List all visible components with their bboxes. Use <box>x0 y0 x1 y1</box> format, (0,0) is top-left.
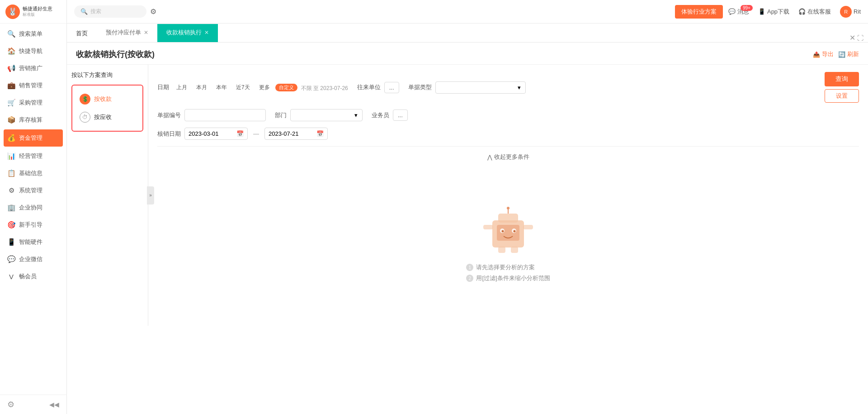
offset-date-from-value: 2023-03-01 <box>189 130 219 137</box>
doc-type-field: 单据类型 ▾ <box>408 81 526 94</box>
header-search-box[interactable]: 🔍 搜索 <box>74 5 146 18</box>
tab-bar: 首页 预付冲应付单 ✕ 收款核销执行 ✕ ✕ ⛶ <box>67 24 868 43</box>
sidebar-item-purchase[interactable]: 🛒采购管理 <box>0 94 66 111</box>
calendar-from-icon: 📅 <box>236 130 244 137</box>
custom-date-tag[interactable]: 自定义 <box>275 84 297 91</box>
collapse-label: 收起更多条件 <box>494 153 529 161</box>
weixin-icon: 💬 <box>7 255 15 263</box>
sidebar-item-sales[interactable]: 💼销售管理 <box>0 77 66 94</box>
tab-prepay-close[interactable]: ✕ <box>144 29 148 36</box>
hint-text-1: 请先选择要分析的方案 <box>476 263 535 271</box>
empty-hint-1: 1 请先选择要分析的方案 <box>466 263 550 271</box>
tab-close-all-icon[interactable]: ✕ <box>849 33 855 42</box>
collapse-sidebar-icon[interactable]: ◀◀ <box>49 401 59 408</box>
purchase-icon: 🛒 <box>7 99 15 107</box>
tab-prepay-label: 预付冲应付单 <box>106 29 141 37</box>
svg-point-5 <box>514 230 516 233</box>
top-header: 🔍 搜索 ⚙ 体验行业方案 💬 消息 99+ 📱 App下载 🎧 在线客服 R <box>67 0 868 24</box>
filter-by-receivable-label: 按应收 <box>94 113 112 121</box>
gear-icon[interactable]: ⚙ <box>150 7 156 16</box>
date-field: 日期 上月 本月 本年 近7天 更多 自定义 不限 至 2023-07-26 <box>157 83 348 92</box>
sidebar-item-label-marketing: 营销推广 <box>19 64 42 72</box>
online-service-btn[interactable]: 🎧 在线客服 <box>798 8 831 16</box>
sidebar-item-search[interactable]: 🔍搜索菜单 <box>0 25 66 43</box>
tab-home[interactable]: 首页 <box>67 25 97 42</box>
date-range-dash: — <box>253 130 259 137</box>
date-btn-last-month[interactable]: 上月 <box>173 83 191 92</box>
svg-rect-10 <box>523 225 533 229</box>
staff-label: 业务员 <box>372 111 389 119</box>
svg-rect-12 <box>511 247 518 253</box>
doc-no-input[interactable] <box>184 109 266 121</box>
message-btn[interactable]: 💬 消息 99+ <box>728 8 749 16</box>
date-btn-last-7[interactable]: 近7天 <box>232 83 254 92</box>
sidebar-item-operations[interactable]: 📊经营管理 <box>0 148 66 165</box>
doc-type-select[interactable]: ▾ <box>435 81 526 94</box>
message-icon: 💬 <box>728 8 736 15</box>
collapse-more-btn[interactable]: ⋀ 收起更多条件 <box>157 150 859 164</box>
sidebar-item-quick-nav[interactable]: 🏠快捷导航 <box>0 43 66 60</box>
tab-prepay[interactable]: 预付冲应付单 ✕ <box>97 24 157 42</box>
industry-btn[interactable]: 体验行业方案 <box>675 5 723 19</box>
sidebar-item-member[interactable]: V畅会员 <box>0 268 66 285</box>
sidebar-item-hardware[interactable]: 📱智能硬件 <box>0 233 66 251</box>
page-title-bar: 收款核销执行(按收款) 📤 导出 🔄 刷新 <box>67 43 868 65</box>
settings-icon[interactable]: ⚙ <box>7 400 14 409</box>
guide-icon: 🎯 <box>7 221 15 229</box>
query-actions: 查询 设置 <box>825 72 859 103</box>
app-download-btn[interactable]: 📱 App下载 <box>758 8 789 16</box>
sidebar-item-basic-info[interactable]: 📋基础信息 <box>0 165 66 182</box>
sidebar-item-system[interactable]: ⚙系统管理 <box>0 182 66 199</box>
basic-info-icon: 📋 <box>7 169 15 177</box>
sidebar-item-marketing[interactable]: 📢营销推广 <box>0 60 66 77</box>
filter-by-receivable-icon: ⏱ <box>80 112 90 123</box>
date-btn-this-year[interactable]: 本年 <box>212 83 231 92</box>
sidebar-item-enterprise[interactable]: 🏢企业协同 <box>0 199 66 216</box>
sidebar-item-weixin[interactable]: 💬企业微信 <box>0 251 66 268</box>
sidebar-item-finance[interactable]: 💰资金管理 <box>4 129 63 147</box>
staff-input[interactable]: ... <box>393 109 408 121</box>
app-label: App下载 <box>767 8 789 16</box>
offset-date-to-value: 2023-07-21 <box>269 130 299 137</box>
filter-by-receipt[interactable]: 💲 按收款 <box>77 90 138 108</box>
sidebar-item-guide[interactable]: 🎯新手引导 <box>0 216 66 233</box>
date-btn-more[interactable]: 更多 <box>255 83 274 92</box>
export-btn[interactable]: 📤 导出 <box>813 50 834 58</box>
search-placeholder: 搜索 <box>90 8 101 15</box>
sidebar-item-label-guide: 新手引导 <box>19 221 42 229</box>
dept-select[interactable]: ▾ <box>290 109 363 121</box>
svg-rect-6 <box>498 214 518 223</box>
user-profile-btn[interactable]: R Rit <box>840 6 861 18</box>
member-icon: V <box>7 273 15 281</box>
filter-panel-collapse[interactable]: » <box>147 186 154 205</box>
query-btn[interactable]: 查询 <box>825 72 859 86</box>
empty-hint-2: 2 用[过滤]条件来缩小分析范围 <box>466 274 550 282</box>
sidebar-item-label-basic-info: 基础信息 <box>19 169 42 177</box>
header-search-area: 🔍 搜索 ⚙ <box>74 5 670 18</box>
hint-text-2: 用[过滤]条件来缩小分析范围 <box>476 274 550 282</box>
sidebar-item-inventory[interactable]: 📦库存核算 <box>0 111 66 128</box>
date-btn-this-month[interactable]: 本月 <box>193 83 211 92</box>
hint-num-1: 1 <box>466 264 473 271</box>
setting-btn[interactable]: 设置 <box>825 89 859 103</box>
tab-receipt-offset[interactable]: 收款核销执行 ✕ <box>157 24 218 42</box>
refresh-label: 刷新 <box>847 50 859 58</box>
offset-date-from-input[interactable]: 2023-03-01 📅 <box>184 128 248 140</box>
empty-illustration-svg <box>481 200 535 254</box>
sidebar-nav: 🔍搜索菜单🏠快捷导航📢营销推广💼销售管理🛒采购管理📦库存核算💰资金管理📊经营管理… <box>0 24 66 395</box>
partner-input[interactable]: ... <box>384 82 399 93</box>
sidebar-item-label-inventory: 库存核算 <box>19 116 42 124</box>
divider <box>157 146 859 147</box>
svg-point-8 <box>507 207 509 209</box>
refresh-btn[interactable]: 🔄 刷新 <box>838 50 859 58</box>
offset-date-to-input[interactable]: 2023-07-21 📅 <box>264 128 328 140</box>
hint-num-2: 2 <box>466 275 473 282</box>
query-area: 日期 上月 本月 本年 近7天 更多 自定义 不限 至 2023-07-26 <box>148 65 868 326</box>
search-icon: 🔍 <box>80 8 88 15</box>
title-actions: 📤 导出 🔄 刷新 <box>813 50 859 58</box>
sidebar-item-label-system: 系统管理 <box>19 186 42 195</box>
filter-by-receipt-label: 按收款 <box>94 95 112 103</box>
tab-receipt-offset-close[interactable]: ✕ <box>204 29 209 36</box>
filter-by-receivable[interactable]: ⏱ 按应收 <box>77 108 138 126</box>
tab-expand-icon[interactable]: ⛶ <box>857 34 863 42</box>
